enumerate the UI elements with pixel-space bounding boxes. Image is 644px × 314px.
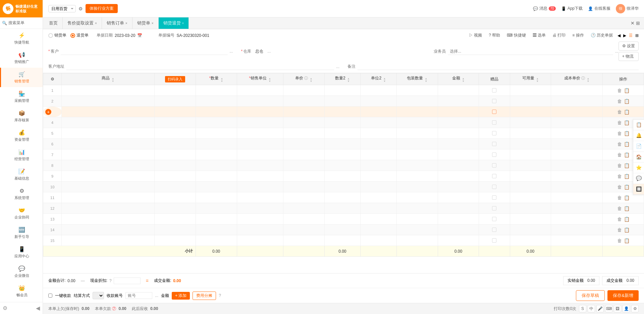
tab-returns[interactable]: 销货退货 ×	[159, 17, 189, 29]
bottom-icon-4[interactable]: ⌨	[605, 305, 612, 312]
sidebar-item-system[interactable]: ⚙ 系统管理	[0, 184, 43, 204]
one-click-checkbox[interactable]	[48, 294, 52, 298]
gift-checkbox-9[interactable]	[492, 174, 496, 178]
sidebar-search[interactable]: 🔍 搜索菜单	[0, 17, 43, 29]
delete-row-8[interactable]: 🗑	[617, 163, 622, 168]
grid-view-icon[interactable]: ⊞	[635, 33, 639, 38]
logistics-button[interactable]: + 物流	[619, 52, 639, 61]
fee-help-icon[interactable]: ?	[219, 293, 221, 298]
copy-row-10[interactable]: 📋	[624, 184, 630, 190]
delete-row-4[interactable]: 🗑	[617, 120, 622, 125]
copy-row-2[interactable]: 📋	[624, 99, 630, 104]
help-btn[interactable]: ? 帮助	[487, 32, 502, 39]
delete-row-1[interactable]: 🗑	[617, 88, 622, 93]
gift-checkbox-10[interactable]	[492, 185, 496, 189]
sidebar-item-apps[interactable]: 📱 应用中心	[0, 243, 43, 262]
copy-row-7[interactable]: 📋	[624, 152, 630, 158]
bottom-icon-5[interactable]: 🖼	[614, 305, 621, 312]
gift-checkbox-8[interactable]	[492, 163, 496, 168]
delete-row-10[interactable]: 🗑	[617, 184, 622, 190]
gift-checkbox-15[interactable]	[492, 238, 496, 243]
sidebar-item-sales[interactable]: 🛒 销售管理	[0, 68, 43, 87]
calc-method-select[interactable]	[93, 292, 104, 299]
save-new-button[interactable]: 保存&新增	[607, 290, 639, 301]
copy-row-1[interactable]: 📋	[624, 88, 630, 93]
daily-goods-select[interactable]: 日用百货	[48, 5, 76, 12]
operation-btn[interactable]: ≡ 操作	[570, 32, 586, 39]
tab-sales-order-close[interactable]: ×	[125, 21, 127, 25]
tab-sales[interactable]: 销货单 ×	[132, 17, 159, 29]
gift-checkbox-4[interactable]	[492, 120, 496, 125]
copy-row-6[interactable]: 📋	[624, 141, 630, 147]
bottom-icon-1[interactable]: S	[579, 305, 586, 312]
copy-row-14[interactable]: 📋	[624, 227, 630, 233]
bottom-icon-2[interactable]: 中	[588, 305, 595, 312]
tab-price-setting[interactable]: 售价提取设置 ×	[63, 17, 102, 29]
select-btn[interactable]: ☰ 选单	[531, 32, 548, 39]
copy-row-15[interactable]: 📋	[624, 238, 630, 243]
sidebar-item-guide[interactable]: 🆕 新手引导	[0, 223, 43, 243]
prev-icon[interactable]: ◀	[618, 33, 621, 38]
discount-input[interactable]	[114, 277, 141, 284]
col-pack-qty[interactable]: 包装数量 ▲▼	[396, 73, 438, 85]
product-input-active[interactable]	[64, 110, 152, 114]
col-qty[interactable]: *数量 ▲▼	[196, 73, 237, 85]
sidebar-item-marketing[interactable]: 📢 营销推广	[0, 48, 43, 68]
gift-checkbox-5[interactable]	[492, 131, 496, 135]
col-product[interactable]: 商品 ▲▼	[62, 73, 154, 85]
delete-row-12[interactable]: 🗑	[617, 206, 622, 211]
next-icon[interactable]: ▶	[623, 33, 626, 38]
right-toolbar-item-4[interactable]: 🏠	[633, 152, 644, 163]
list-view-icon[interactable]: ☰	[629, 33, 633, 38]
save-draft-button[interactable]: 保存草稿	[576, 290, 605, 301]
tab-home[interactable]: 首页	[44, 17, 63, 29]
col-scan[interactable]: 扫码录入	[154, 73, 196, 85]
app-download-item[interactable]: 📱 App下载	[561, 6, 583, 11]
col-setting[interactable]: ⚙	[43, 73, 62, 85]
delete-row-active[interactable]: 🗑	[617, 109, 622, 115]
gift-checkbox-7[interactable]	[492, 152, 496, 157]
right-toolbar-item-1[interactable]: 📋	[633, 120, 644, 130]
right-toolbar-item-3[interactable]: 📄	[633, 141, 644, 152]
fee-split-btn[interactable]: 费用分摊	[193, 292, 216, 300]
sidebar-item-purchase[interactable]: 🏪 采购管理	[0, 87, 43, 107]
right-toolbar-item-7[interactable]: 🔲	[633, 184, 644, 195]
sidebar-item-member[interactable]: 👑 畅会员	[0, 281, 43, 301]
video-btn[interactable]: ▷ 视频	[467, 32, 484, 39]
col-amount[interactable]: 金额 ▲▼	[438, 73, 479, 85]
gift-checkbox-active[interactable]	[492, 110, 496, 114]
copy-row-11[interactable]: 📋	[624, 195, 630, 200]
col-price[interactable]: 单价 ⓘ ▲▼	[283, 73, 324, 85]
tab-returns-close[interactable]: ×	[182, 21, 184, 25]
delete-row-13[interactable]: 🗑	[617, 216, 622, 222]
address-input[interactable]	[66, 63, 334, 70]
gift-checkbox-13[interactable]	[492, 217, 496, 221]
delete-row-2[interactable]: 🗑	[617, 99, 622, 104]
copy-row-9[interactable]: 📋	[624, 174, 630, 179]
delete-row-7[interactable]: 🗑	[617, 152, 622, 158]
message-item[interactable]: 💬 消息 70	[533, 6, 556, 11]
copy-row-13[interactable]: 📋	[624, 216, 630, 222]
sidebar-item-shortcut[interactable]: ⚡ 快捷导航	[0, 29, 43, 48]
bottom-icon-7[interactable]: ⚙	[631, 305, 639, 312]
gift-checkbox-2[interactable]	[492, 99, 496, 103]
scan-btn[interactable]: 扫码录入	[165, 76, 185, 82]
right-toolbar-item-5[interactable]: ⭐	[633, 163, 644, 173]
online-service-item[interactable]: 👤 在线客服	[588, 6, 610, 11]
copy-row-8[interactable]: 📋	[624, 163, 630, 168]
print-btn[interactable]: 🖨 打印	[550, 32, 568, 39]
gift-checkbox-12[interactable]	[492, 206, 496, 210]
col-gift[interactable]: 赠品	[479, 73, 510, 85]
radio-sales[interactable]: 销货单	[48, 33, 66, 38]
calendar-icon[interactable]: 📅	[137, 33, 142, 38]
add-row-icon[interactable]: +	[45, 109, 51, 115]
right-toolbar-item-6[interactable]: 💬	[633, 173, 644, 184]
copy-row-5[interactable]: 📋	[624, 131, 630, 136]
gift-checkbox-11[interactable]	[492, 195, 496, 200]
delete-row-9[interactable]: 🗑	[617, 174, 622, 179]
customer-input[interactable]	[61, 48, 228, 55]
col-unit2[interactable]: 单位2 ▲▼	[361, 73, 397, 85]
col-available[interactable]: 可用量 ▲▼	[510, 73, 551, 85]
delete-row-11[interactable]: 🗑	[617, 195, 622, 200]
sidebar-item-operations[interactable]: 📊 经营管理	[0, 145, 43, 165]
